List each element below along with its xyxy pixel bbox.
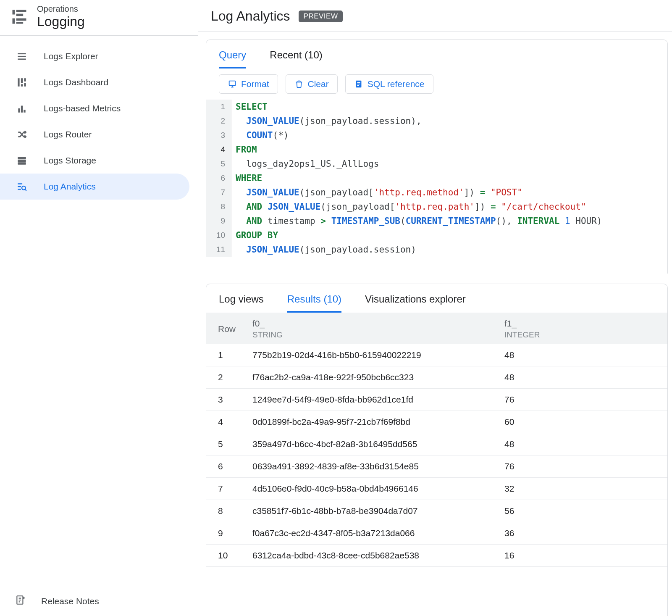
table-row[interactable]: 8c35851f7-6b1c-48bb-b7a8-be3904da7d0756	[206, 500, 667, 522]
code-line: WHERE	[231, 171, 262, 185]
product-header: Operations Logging	[0, 0, 198, 36]
svg-rect-17	[18, 157, 26, 159]
sidebar-item-logs-based-metrics[interactable]: Logs-based Metrics	[0, 95, 189, 121]
release-notes-label: Release Notes	[41, 596, 99, 606]
line-number: 3	[206, 128, 231, 142]
product-title: Logging	[37, 14, 85, 29]
svg-rect-7	[18, 56, 26, 57]
cell-row: 1	[206, 344, 248, 366]
code-line: JSON_VALUE(json_payload.session),	[231, 114, 422, 128]
trash-icon	[294, 79, 304, 89]
editor-line[interactable]: 6WHERE	[206, 171, 667, 185]
editor-line[interactable]: 1SELECT	[206, 100, 667, 114]
editor-line[interactable]: 5 logs_day2ops1_US._AllLogs	[206, 157, 667, 171]
sidebar-item-label: Logs Explorer	[44, 51, 98, 61]
svg-rect-1	[16, 10, 26, 12]
table-row[interactable]: 5359a497d-b6cc-4bcf-82a8-3b16495dd56548	[206, 433, 667, 455]
code-line: SELECT	[231, 100, 268, 114]
svg-rect-26	[357, 85, 359, 86]
sql-reference-button[interactable]: SQL reference	[345, 74, 433, 94]
sidebar-item-logs-dashboard[interactable]: Logs Dashboard	[0, 69, 189, 95]
tab-log-views[interactable]: Log views	[219, 293, 264, 313]
editor-line[interactable]: 3 COUNT(*)	[206, 128, 667, 142]
sidebar: Operations Logging Logs ExplorerLogs Das…	[0, 0, 198, 616]
clear-button[interactable]: Clear	[286, 74, 338, 94]
editor-line[interactable]: 9 AND timestamp > TIMESTAMP_SUB(CURRENT_…	[206, 214, 667, 228]
sidebar-item-log-analytics[interactable]: Log Analytics	[0, 174, 189, 200]
svg-rect-2	[16, 14, 23, 16]
preview-badge: PREVIEW	[299, 11, 343, 22]
format-button[interactable]: Format	[219, 74, 278, 94]
svg-point-20	[22, 186, 26, 190]
cell-f0: 775b2b19-02d4-416b-b5b0-615940022219	[248, 344, 500, 366]
cell-f0: 1249ee7d-54f9-49e0-8fda-bb962d1ce1fd	[248, 389, 500, 411]
editor-line[interactable]: 4FROM	[206, 142, 667, 157]
cell-f0: 4d5106e0-f9d0-40c9-b58a-0bd4b4966146	[248, 478, 500, 500]
svg-rect-4	[16, 18, 26, 21]
line-number: 2	[206, 114, 231, 128]
table-row[interactable]: 31249ee7d-54f9-49e0-8fda-bb962d1ce1fd76	[206, 389, 667, 411]
svg-rect-5	[16, 22, 23, 24]
svg-rect-22	[229, 81, 236, 86]
tab-recent[interactable]: Recent (10)	[270, 49, 322, 68]
cell-f1: 76	[500, 455, 667, 478]
code-line: JSON_VALUE(json_payload.session)	[231, 242, 416, 257]
cell-row: 3	[206, 389, 248, 411]
column-header-f0[interactable]: f0_STRING	[248, 313, 500, 344]
editor-line[interactable]: 11 JSON_VALUE(json_payload.session)	[206, 242, 667, 257]
editor-line[interactable]: 7 JSON_VALUE(json_payload['http.req.meth…	[206, 185, 667, 200]
editor-line[interactable]: 10GROUP BY	[206, 228, 667, 242]
column-header-row[interactable]: Row	[206, 313, 248, 344]
code-line: logs_day2ops1_US._AllLogs	[231, 157, 379, 171]
tab-results[interactable]: Results (10)	[287, 293, 341, 313]
table-row[interactable]: 74d5106e0-f9d0-40c9-b58a-0bd4b496614632	[206, 478, 667, 500]
code-line: FROM	[231, 142, 257, 157]
line-number: 10	[206, 228, 231, 242]
svg-rect-18	[18, 160, 26, 162]
sql-editor[interactable]: 1SELECT2 JSON_VALUE(json_payload.session…	[206, 100, 667, 257]
cell-row: 6	[206, 455, 248, 478]
svg-rect-11	[21, 84, 23, 86]
release-notes-icon	[15, 595, 26, 608]
sidebar-item-release-notes[interactable]: Release Notes	[0, 582, 198, 616]
cell-f1: 48	[500, 344, 667, 366]
svg-rect-6	[18, 53, 26, 54]
tab-query[interactable]: Query	[219, 49, 246, 68]
cell-f0: 0639a491-3892-4839-af8e-33b6d3154e85	[248, 455, 500, 478]
svg-rect-24	[357, 82, 360, 83]
table-row[interactable]: 40d01899f-bc2a-49a9-95f7-21cb7f69f8bd60	[206, 411, 667, 433]
sidebar-item-logs-storage[interactable]: Logs Storage	[0, 147, 189, 174]
cell-f0: 0d01899f-bc2a-49a9-95f7-21cb7f69f8bd	[248, 411, 500, 433]
table-row[interactable]: 60639a491-3892-4839-af8e-33b6d3154e8576	[206, 455, 667, 478]
tab-visualizations-explorer[interactable]: Visualizations explorer	[365, 293, 466, 313]
line-number: 6	[206, 171, 231, 185]
cell-row: 9	[206, 522, 248, 545]
column-type: STRING	[252, 329, 496, 340]
svg-rect-19	[18, 162, 26, 164]
table-row[interactable]: 1775b2b19-02d4-416b-b5b0-61594002221948	[206, 344, 667, 366]
cell-f1: 16	[500, 545, 667, 567]
code-line: GROUP BY	[231, 228, 278, 242]
column-name: Row	[218, 324, 236, 334]
table-row[interactable]: 2f76ac2b2-ca9a-418e-922f-950bcb6cc32348	[206, 366, 667, 389]
logging-product-icon	[10, 8, 29, 26]
svg-rect-25	[357, 84, 360, 84]
page-header: Log Analytics PREVIEW	[198, 0, 672, 32]
results-panel: Log views Results (10) Visualizations ex…	[206, 284, 668, 616]
line-number: 4	[206, 142, 231, 157]
sidebar-nav: Logs ExplorerLogs DashboardLogs-based Me…	[0, 36, 198, 582]
document-icon	[354, 79, 363, 89]
column-header-f1[interactable]: f1_INTEGER	[500, 313, 667, 344]
code-line: JSON_VALUE(json_payload['http.req.method…	[231, 185, 522, 200]
page-title: Log Analytics	[211, 8, 290, 24]
sidebar-item-logs-router[interactable]: Logs Router	[0, 121, 189, 147]
main-content: Log Analytics PREVIEW Query Recent (10) …	[198, 0, 672, 616]
cell-f1: 36	[500, 522, 667, 545]
editor-line[interactable]: 8 AND JSON_VALUE(json_payload['http.req.…	[206, 200, 667, 214]
table-row[interactable]: 9f0a67c3c-ec2d-4347-8f05-b3a7213da06636	[206, 522, 667, 545]
sidebar-item-logs-explorer[interactable]: Logs Explorer	[0, 43, 189, 69]
format-icon	[228, 79, 237, 89]
table-row[interactable]: 106312ca4a-bdbd-43c8-8cee-cd5b682ae53816	[206, 545, 667, 567]
svg-rect-13	[24, 83, 26, 87]
editor-line[interactable]: 2 JSON_VALUE(json_payload.session),	[206, 114, 667, 128]
